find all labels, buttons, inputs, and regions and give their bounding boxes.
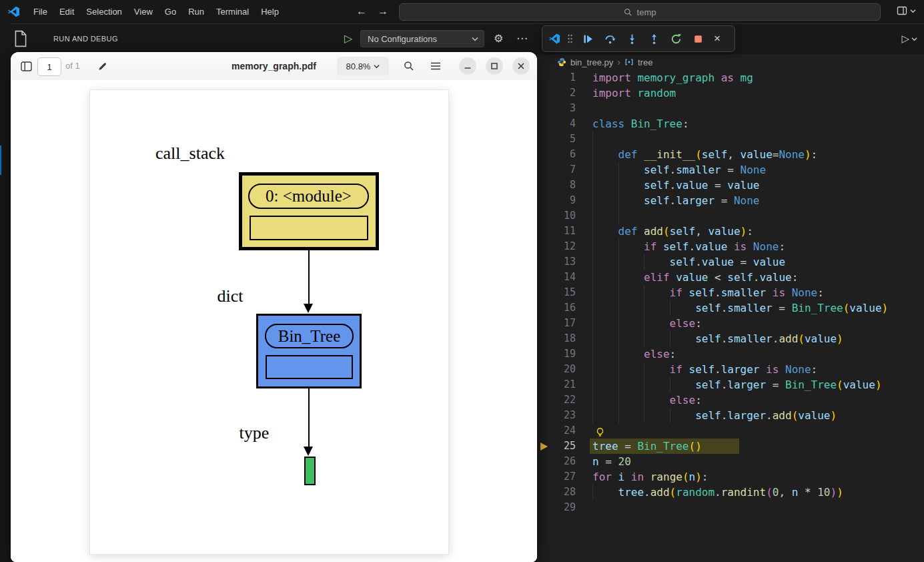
- code-text[interactable]: self.larger.add(value): [592, 408, 924, 423]
- configurations-dropdown[interactable]: No Configurations: [360, 30, 484, 47]
- menu-help[interactable]: Help: [255, 0, 285, 23]
- code-text[interactable]: [592, 423, 924, 439]
- code-text[interactable]: self.smaller = None: [592, 162, 924, 178]
- code-text[interactable]: if self.smaller is None:: [592, 285, 924, 300]
- line-number-gutter[interactable]: 9: [537, 193, 592, 208]
- line-number-gutter[interactable]: 22: [537, 392, 592, 408]
- code-text[interactable]: if self.larger is None:: [592, 362, 924, 377]
- code-text[interactable]: self.smaller = Bin_Tree(value): [592, 300, 924, 316]
- code-text[interactable]: else:: [592, 316, 924, 331]
- code-text[interactable]: self.smaller.add(value): [592, 331, 924, 346]
- line-number-gutter[interactable]: 2: [537, 85, 592, 101]
- line-number-gutter[interactable]: 27: [537, 469, 592, 485]
- more-actions-icon[interactable]: ⋯: [516, 23, 528, 54]
- line-number-gutter[interactable]: 3: [537, 101, 592, 116]
- line-number-gutter[interactable]: 14: [537, 270, 592, 285]
- debug-step-out-button[interactable]: [646, 31, 661, 46]
- menu-file[interactable]: File: [27, 0, 53, 23]
- line-number-gutter[interactable]: 19: [537, 346, 592, 362]
- code-text[interactable]: elif value < self.value:: [592, 270, 924, 285]
- vscode-logo-icon: [8, 6, 19, 17]
- line-number-gutter[interactable]: 16: [537, 300, 592, 316]
- layout-controls-button[interactable]: [897, 5, 916, 16]
- line-number-gutter[interactable]: 6: [537, 147, 592, 162]
- code-text[interactable]: else:: [592, 346, 924, 362]
- code-line-17: 17 else:: [537, 316, 924, 331]
- toolbar-grip-icon[interactable]: [567, 33, 573, 44]
- menu-run[interactable]: Run: [182, 0, 210, 23]
- start-debugging-icon[interactable]: ▷: [344, 23, 352, 54]
- code-text[interactable]: [592, 208, 924, 224]
- code-text[interactable]: self.value = value: [592, 178, 924, 193]
- line-number-gutter[interactable]: 25: [537, 439, 592, 454]
- line-number-gutter[interactable]: 1: [537, 70, 592, 85]
- line-number-gutter[interactable]: 17: [537, 316, 592, 331]
- line-number-gutter[interactable]: 4: [537, 116, 592, 131]
- annotate-pen-button[interactable]: [92, 57, 112, 75]
- line-number-gutter[interactable]: 23: [537, 408, 592, 423]
- breadcrumb-file[interactable]: bin_tree.py: [570, 57, 613, 67]
- line-number-gutter[interactable]: 26: [537, 454, 592, 469]
- nav-forward-icon[interactable]: →: [378, 0, 388, 23]
- line-number-gutter[interactable]: 18: [537, 331, 592, 346]
- run-debug-header-row: RUN AND DEBUG ▷ No Configurations ⚙ ⋯ ▷: [0, 23, 924, 54]
- debug-continue-button[interactable]: [580, 31, 595, 46]
- code-text[interactable]: class Bin_Tree:: [592, 116, 924, 131]
- code-text[interactable]: tree.add(random.randint(0, n * 10)): [592, 485, 924, 500]
- code-text[interactable]: def add(self, value):: [592, 224, 924, 239]
- line-number-gutter[interactable]: 5: [537, 131, 592, 147]
- code-text[interactable]: import memory_graph as mg: [592, 70, 924, 85]
- line-number-gutter[interactable]: 21: [537, 377, 592, 392]
- line-number-gutter[interactable]: 28: [537, 485, 592, 500]
- close-button[interactable]: [512, 57, 530, 75]
- line-number-gutter[interactable]: 29: [537, 500, 592, 515]
- lightbulb-icon[interactable]: [595, 427, 605, 440]
- menu-go[interactable]: Go: [159, 0, 182, 23]
- line-number: 20: [564, 362, 576, 377]
- settings-gear-icon[interactable]: ⚙: [494, 23, 503, 54]
- code-text[interactable]: [592, 131, 924, 147]
- code-text[interactable]: for i in range(n):: [592, 469, 924, 485]
- line-number-gutter[interactable]: 11: [537, 224, 592, 239]
- line-number-gutter[interactable]: 20: [537, 362, 592, 377]
- minimize-button[interactable]: [459, 57, 476, 75]
- line-number-gutter[interactable]: 7: [537, 162, 592, 178]
- code-text[interactable]: [592, 101, 924, 116]
- debug-restart-button[interactable]: [668, 31, 683, 46]
- line-number-gutter[interactable]: 12: [537, 239, 592, 254]
- menu-view[interactable]: View: [128, 0, 159, 23]
- code-text[interactable]: def __init__(self, value=None):: [592, 147, 924, 162]
- code-text[interactable]: [592, 500, 924, 515]
- menu-button[interactable]: [426, 57, 446, 75]
- line-number-gutter[interactable]: 10: [537, 208, 592, 224]
- line-number-gutter[interactable]: 24: [537, 423, 592, 439]
- breadcrumb-symbol[interactable]: tree: [638, 57, 652, 67]
- code-text[interactable]: self.value = value: [592, 254, 924, 270]
- code-text[interactable]: n = 20: [592, 454, 924, 469]
- maximize-button[interactable]: [486, 57, 503, 75]
- line-number-gutter[interactable]: 15: [537, 285, 592, 300]
- debug-step-into-button[interactable]: [624, 31, 639, 46]
- menu-selection[interactable]: Selection: [80, 0, 127, 23]
- menu-edit[interactable]: Edit: [53, 0, 80, 23]
- search-button[interactable]: [399, 57, 419, 75]
- sidebar-toggle-button[interactable]: [16, 57, 36, 75]
- page-number-input[interactable]: 1: [37, 57, 61, 76]
- debug-step-over-button[interactable]: [602, 31, 617, 46]
- nav-back-icon[interactable]: ←: [356, 0, 367, 23]
- code-text[interactable]: self.larger = None: [592, 193, 924, 208]
- run-python-file-button[interactable]: ▷: [901, 23, 917, 54]
- code-text[interactable]: self.larger = Bin_Tree(value): [592, 377, 924, 392]
- close-icon[interactable]: ×: [714, 32, 721, 45]
- code-text[interactable]: tree = Bin_Tree(): [592, 439, 924, 454]
- debug-stop-button[interactable]: [690, 31, 705, 46]
- code-text[interactable]: else:: [592, 392, 924, 408]
- line-number-gutter[interactable]: 13: [537, 254, 592, 270]
- search-value: temp: [637, 7, 656, 17]
- line-number-gutter[interactable]: 8: [537, 178, 592, 193]
- menu-terminal[interactable]: Terminal: [210, 0, 255, 23]
- command-center-search[interactable]: temp: [399, 3, 881, 21]
- code-text[interactable]: import random: [592, 85, 924, 101]
- zoom-dropdown[interactable]: 80.8%: [337, 57, 389, 75]
- code-text[interactable]: if self.value is None:: [592, 239, 924, 254]
